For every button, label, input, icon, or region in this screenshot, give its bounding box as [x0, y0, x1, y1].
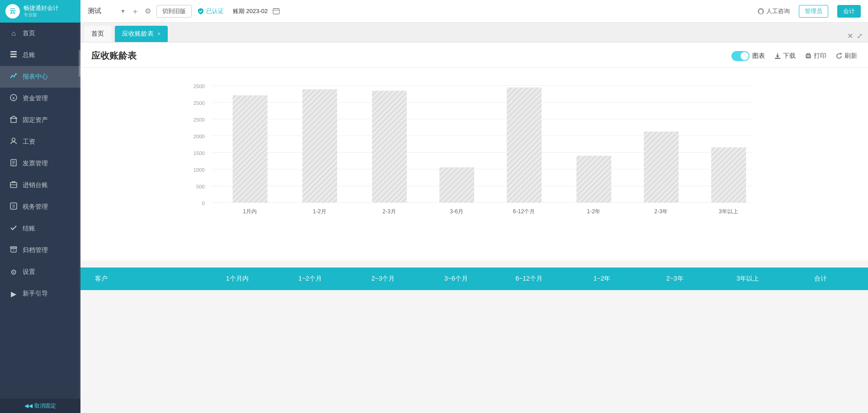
sidebar-scrollbar-track [79, 23, 80, 399]
tab-home[interactable]: 首页 [84, 26, 111, 42]
svg-text:3年以上: 3年以上 [719, 208, 738, 215]
table-col-3y-plus: 3年以上 [711, 268, 784, 290]
sidebar-item-tax[interactable]: 税务管理 [0, 196, 80, 218]
tab-close-window-icon[interactable]: ✕ [847, 32, 853, 40]
svg-rect-24 [758, 11, 760, 13]
company-dropdown-icon[interactable]: ▼ [120, 8, 126, 14]
svg-text:2-3月: 2-3月 [382, 208, 396, 215]
svg-rect-1 [10, 54, 17, 55]
sidebar-item-inventory[interactable]: 进销台账 [0, 174, 80, 196]
svg-rect-53 [576, 156, 611, 203]
closing-icon [9, 224, 18, 234]
tab-close-button[interactable]: × [157, 31, 160, 37]
svg-rect-0 [10, 51, 17, 52]
sidebar-scrollbar-thumb [79, 50, 80, 77]
svg-text:1-2年: 1-2年 [587, 208, 600, 215]
svg-text:1月内: 1月内 [243, 208, 257, 215]
tab-aging-report[interactable]: 应收账龄表 × [115, 26, 168, 42]
period-display: 账期 2023-02 [233, 7, 280, 15]
calendar-icon[interactable] [273, 8, 280, 15]
sidebar-item-invoice[interactable]: 发票管理 [0, 153, 80, 174]
accountant-button[interactable]: 会计 [837, 5, 861, 18]
svg-rect-13 [10, 203, 17, 209]
settings-icon: ⚙ [9, 268, 18, 277]
chart-wrap: 2500 2500 2500 2000 1500 1000 500 0 [95, 79, 854, 246]
sidebar-item-home[interactable]: ⌂ 首页 [0, 23, 80, 44]
refresh-button[interactable]: 刷新 [835, 52, 857, 60]
settings-gear-icon[interactable]: ⚙ [145, 7, 151, 15]
table-col-2-3m: 2~3个月 [347, 268, 420, 290]
tab-corner-actions: ✕ ⤢ [842, 32, 868, 42]
svg-rect-26 [775, 58, 780, 59]
svg-rect-29 [807, 56, 810, 58]
sidebar-item-assets[interactable]: 固定资产 [0, 109, 80, 131]
bar-chart-svg: 2500 2500 2500 2000 1500 1000 500 0 [95, 79, 854, 246]
topbar: 测试 ▼ ＋ ⚙ 切到旧版 已认证 账期 2023-02 人工咨询 管理员 会计 [80, 0, 868, 23]
svg-rect-25 [763, 11, 764, 13]
archive-icon [9, 245, 18, 255]
svg-text:3-6月: 3-6月 [450, 208, 463, 215]
switch-old-version-button[interactable]: 切到旧版 [156, 5, 192, 18]
refresh-icon [835, 52, 843, 60]
svg-rect-50 [372, 91, 407, 203]
print-button[interactable]: 打印 [805, 52, 826, 60]
table-container: 客户 1个月内 1~2个月 2~3个月 3~6个月 6~12个月 1~2年 2~… [80, 268, 868, 290]
sidebar-item-reports[interactable]: 报表中心 [0, 66, 80, 88]
sidebar-item-closing[interactable]: 结账 [0, 218, 80, 239]
table-col-total: 合计 [784, 268, 857, 290]
print-icon [805, 52, 812, 60]
content-area: 应收账龄表 图表 下载 打印 刷新 [80, 42, 868, 413]
table-col-customer: 客户 [91, 268, 201, 290]
sidebar-logo: 云 畅捷通好会计 专业版 [0, 0, 80, 23]
svg-rect-54 [644, 131, 679, 202]
chart-toggle-label: 图表 [752, 52, 765, 60]
tab-maximize-icon[interactable]: ⤢ [857, 32, 863, 40]
chart-toggle[interactable] [731, 51, 750, 61]
inventory-icon [9, 180, 18, 190]
sidebar-item-archive[interactable]: 归档管理 [0, 239, 80, 261]
svg-rect-52 [507, 88, 542, 203]
download-button[interactable]: 下载 [774, 52, 796, 60]
table-col-2-3y: 2~3年 [638, 268, 711, 290]
table-col-1-2y: 1~2年 [566, 268, 638, 290]
download-icon [774, 52, 781, 60]
svg-text:¥: ¥ [12, 96, 15, 100]
guide-icon: ▶ [9, 290, 18, 298]
table-col-3-6m: 3~6个月 [420, 268, 492, 290]
svg-text:500: 500 [196, 184, 205, 189]
unpin-button[interactable]: ◀◀ 取消固定 [0, 399, 80, 413]
svg-rect-5 [11, 118, 16, 122]
sidebar-item-settings[interactable]: ⚙ 设置 [0, 261, 80, 283]
sidebar-item-guide[interactable]: ▶ 新手引导 [0, 283, 80, 305]
payroll-icon [9, 137, 18, 147]
consult-button[interactable]: 人工咨询 [757, 7, 790, 15]
company-name: 测试 [88, 7, 115, 15]
funds-icon: ¥ [9, 94, 18, 103]
tabbar: 首页 应收账龄表 × ✕ ⤢ [80, 23, 868, 42]
page-header: 应收账龄表 图表 下载 打印 刷新 [80, 42, 868, 68]
sidebar-item-funds[interactable]: ¥ 资金管理 [0, 88, 80, 109]
svg-text:2500: 2500 [193, 84, 205, 89]
sidebar-item-ledger[interactable]: 总账 [0, 44, 80, 66]
chart-toggle-wrap: 图表 [731, 51, 765, 61]
svg-text:2500: 2500 [193, 100, 205, 106]
svg-text:1-2月: 1-2月 [313, 208, 326, 215]
ledger-icon [9, 50, 18, 60]
svg-text:2500: 2500 [193, 117, 205, 122]
svg-rect-55 [711, 147, 746, 202]
page-title: 应收账龄表 [91, 50, 137, 62]
table-col-1-2m: 1~2个月 [274, 268, 346, 290]
table-col-1m: 1个月内 [201, 268, 274, 290]
sidebar: 云 畅捷通好会计 专业版 ⌂ 首页 总账 报表中心 ¥ 资金管理 [0, 0, 80, 413]
svg-point-23 [758, 9, 764, 14]
svg-text:2-3年: 2-3年 [654, 208, 668, 215]
svg-rect-51 [439, 167, 474, 202]
svg-rect-48 [233, 95, 268, 202]
add-company-button[interactable]: ＋ [131, 6, 139, 17]
svg-text:0: 0 [202, 201, 205, 206]
verified-status: 已认证 [197, 7, 224, 15]
svg-text:1000: 1000 [193, 167, 205, 173]
svg-text:1500: 1500 [193, 150, 205, 156]
sidebar-item-payroll[interactable]: 工资 [0, 131, 80, 153]
manager-button[interactable]: 管理员 [799, 5, 828, 18]
